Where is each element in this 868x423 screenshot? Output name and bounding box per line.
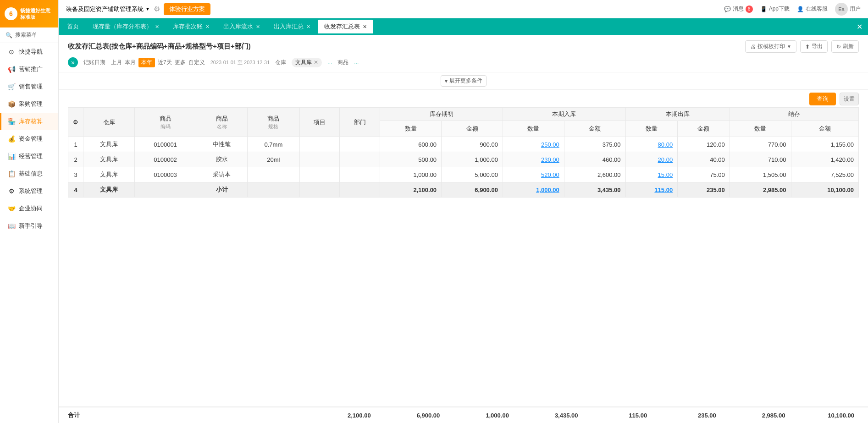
warehouse-filter-label: 仓库 [275,59,286,66]
sidebar-item-marketing[interactable]: 📢 营销推广 [0,60,58,78]
date-opt-this-month[interactable]: 本月 [125,59,136,66]
tab-close-icon[interactable]: ✕ [306,24,310,30]
date-opt-more[interactable]: 更多 [175,59,186,66]
th-out-amt: 金额 [678,121,730,137]
table-footer: 合计 2,100.00 6,900.00 1,000.00 3,435.00 1… [59,407,868,423]
row-in-qty[interactable]: 250.00 [503,137,564,152]
column-settings-button[interactable]: 设置 [840,93,859,105]
footer-open-amt: 6,900.00 [376,412,445,419]
row-goods-code: 0100001 [135,137,196,152]
sidebar-item-inventory[interactable]: 🏪 库存核算 [0,113,58,130]
row-department [340,137,380,152]
row-bal-amt: 1,420.00 [791,152,858,167]
row-out-amt: 120.00 [678,137,730,152]
filter-toggle-button[interactable]: » [68,57,78,67]
th-department: 部门 [340,108,380,137]
sidebar-item-guide[interactable]: 📖 新手引导 [0,217,58,235]
row-out-qty[interactable]: 115.00 [625,182,678,198]
app-download-action[interactable]: 📱 App下载 [760,5,790,13]
row-open-amt: 900.00 [442,137,503,152]
tab-close-icon[interactable]: ✕ [256,24,260,30]
table-row: 2 文具库 0100002 胶水 20ml 500.00 1,000.00 23… [68,152,859,167]
date-opt-last-month[interactable]: 上月 [111,59,122,66]
warehouse-tag-close[interactable]: ✕ [314,59,318,66]
tab-in-out-summary[interactable]: 出入库汇总 ✕ [267,20,317,33]
expand-button[interactable]: ▾ 展开更多条件 [441,75,487,87]
row-in-qty[interactable]: 230.00 [503,152,564,167]
th-goods-code: 商品编码 [135,108,196,137]
tab-label: 出入库流水 [223,22,253,31]
date-opt-this-year[interactable]: 本年 [138,58,155,67]
table-row: 4 文具库 小计 2,100.00 6,900.00 1,000.00 3,43… [68,182,859,198]
row-out-qty[interactable]: 20.00 [625,152,678,167]
sidebar-item-purchase[interactable]: 📦 采购管理 [0,95,58,113]
tab-close-icon[interactable]: ✕ [155,24,159,30]
row-warehouse: 文具库 [83,182,135,198]
row-no: 2 [68,152,83,167]
query-button[interactable]: 查询 [809,93,836,105]
row-out-amt: 75.00 [678,167,730,182]
online-service-action[interactable]: 👤 在线客服 [797,5,828,13]
export-button[interactable]: ⬆ 导出 [800,40,828,53]
export-icon: ⬆ [805,44,810,50]
settings-icon[interactable]: ⚙ [154,5,160,13]
logo-text1: 畅捷通好生意 [20,7,50,14]
trial-button[interactable]: 体验行业方案 [164,3,210,15]
tab-batch[interactable]: 库存批次账 ✕ [166,20,216,33]
row-in-amt: 3,435.00 [564,182,625,198]
print-button[interactable]: 🖨 按模板打印 ▼ [745,40,796,53]
row-goods-code: 0100003 [135,167,196,182]
sidebar-item-quick-nav[interactable]: ⊙ 快捷导航 [0,43,58,60]
footer-label: 合计 [68,411,306,419]
th-balance: 结存 [730,108,858,121]
tab-bar-close-icon[interactable]: ✕ [853,22,866,31]
tab-stock-summary[interactable]: 收发存汇总表 ✕ [318,20,373,33]
system-selector[interactable]: 装备及固定资产辅助管理系统 ▼ [66,5,150,13]
goods-more[interactable]: ... [354,59,359,66]
row-in-qty[interactable]: 1,000.00 [503,182,564,198]
row-out-qty[interactable]: 80.00 [625,137,678,152]
avatar: Ea [835,3,848,16]
app-download-label: App下载 [769,5,790,13]
sidebar-item-label: 企业协同 [19,204,43,213]
sidebar-item-label: 基础信息 [19,170,43,178]
search-menu[interactable]: 🔍 搜索菜单 [0,27,58,43]
th-out-stock: 本期出库 [625,108,730,121]
tab-inventory-dist[interactable]: 现存量（库存分布表） ✕ [86,20,166,33]
table-row: 1 文具库 0100001 中性笔 0.7mm 600.00 900.00 25… [68,137,859,152]
table-header-row-1: ⚙ 仓库 商品编码 商品名称 商品规格 项目 部门 库存期初 本期入库 本期出库… [68,108,859,121]
tab-bar: 首页 现存量（库存分布表） ✕ 库存批次账 ✕ 出入库流水 ✕ 出入库汇总 ✕ … [59,18,868,35]
toggle-icon: » [71,59,75,66]
message-action[interactable]: 💬 消息 6 [724,5,753,13]
sidebar-item-base-info[interactable]: 📋 基础信息 [0,165,58,182]
footer-open-qty: 2,100.00 [306,412,376,419]
sidebar-item-corp[interactable]: 🤝 企业协同 [0,200,58,217]
tab-close-icon[interactable]: ✕ [205,24,210,30]
warehouse-more[interactable]: ... [327,59,332,66]
sidebar-item-system[interactable]: ⚙ 系统管理 [0,182,58,200]
row-open-amt: 5,000.00 [442,167,503,182]
tab-in-out-flow[interactable]: 出入库流水 ✕ [217,20,266,33]
row-goods-code [135,182,196,198]
sidebar-item-operation[interactable]: 📊 经营管理 [0,148,58,165]
refresh-button[interactable]: ↻ 刷新 [831,40,859,53]
row-open-qty: 1,000.00 [380,167,442,182]
row-out-qty[interactable]: 15.00 [625,167,678,182]
footer-out-amt: 235.00 [652,412,721,419]
row-department [340,182,380,198]
sidebar-item-sales[interactable]: 🛒 销售管理 [0,78,58,95]
row-open-qty: 500.00 [380,152,442,167]
goods-filter-label: 商品 [337,59,348,66]
th-settings[interactable]: ⚙ [68,108,83,137]
date-opt-7days[interactable]: 近7天 [158,59,172,66]
sidebar-item-label: 采购管理 [19,100,43,108]
sidebar-item-finance[interactable]: 💰 资金管理 [0,130,58,148]
warehouse-tag-label: 文具库 [295,59,312,66]
row-in-qty[interactable]: 520.00 [503,167,564,182]
tab-home[interactable]: 首页 [61,20,85,33]
user-action[interactable]: Ea 用户 [835,3,861,16]
date-opt-custom[interactable]: 自定义 [188,59,205,66]
tab-close-icon[interactable]: ✕ [363,24,367,30]
date-options: 上月 本月 本年 近7天 更多 自定义 [111,58,205,67]
row-in-amt: 460.00 [564,152,625,167]
